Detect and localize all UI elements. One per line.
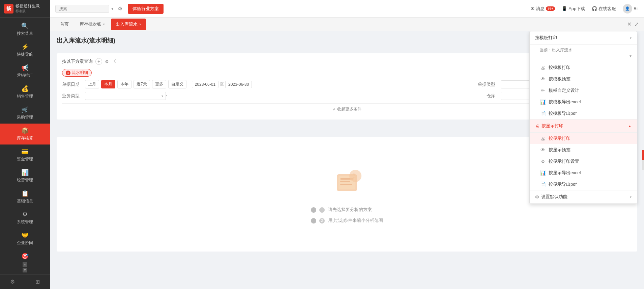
menu-custom-design[interactable]: ✏ 模板自定义设计 [530,85,637,96]
warehouse-label: 仓库 [487,93,495,99]
menu-export-excel-display-label: 按显示导出excel [549,170,581,176]
collapse-sidebar-btn[interactable]: ⊞ [35,279,40,285]
menu-export-pdf-template[interactable]: 📄 按模板导出pdf [530,108,637,119]
design-icon: ✏ [540,88,546,93]
tab-batch[interactable]: 库存批次账 × [75,19,110,30]
scroll-bar[interactable] [642,150,644,170]
current-arrow: ▾ [630,54,632,58]
page-content: 出入库流水(流水明细) 🖨 按模板打印 ▲ ⬆ 导出 ↺ 刷新 [50,31,644,289]
tag-flow-detail[interactable]: ● 流水明细 [62,69,92,77]
tab-batch-close[interactable]: × [103,22,105,26]
sidebar-item-2[interactable]: 📢营销推广 [0,61,50,82]
sidebar-scroll-down[interactable]: ▼ [23,268,27,272]
sidebar-item-10[interactable]: 🤝企业协同 [0,228,50,249]
topbar-search-input[interactable] [55,5,109,13]
date-quick-btns: 上月 本月 本年 近7天 更多 自定义 [85,80,186,88]
print-template-header[interactable]: 按模板打印 ▾ [530,31,637,45]
menu-export-excel-display[interactable]: 📊 按显示导出excel [530,167,637,179]
sidebar-item-3[interactable]: 💰销售管理 [0,82,50,103]
sidebar-item-11[interactable]: 🎯新手引导 [0,249,50,259]
date-more[interactable]: 更多 [152,80,166,88]
logo-version: 标准版 [16,9,40,14]
date-this-month[interactable]: 本月 [101,80,115,88]
search-collapse-icon[interactable]: 《 [112,58,116,64]
current-label: 当前：出入库流水 [530,46,637,53]
nav-label-0: 搜索菜单 [17,31,33,36]
sidebar-nav: 🔍搜索菜单⚡快捷导航📢营销推广💰销售管理🛒采购管理📦库存核算💳资金管理📊经营管理… [0,18,50,259]
tab-home-label: 首页 [60,21,69,27]
logo-icon: 畅 [4,4,13,14]
tab-flow[interactable]: 出入库流水 × [111,19,146,30]
nav-label-8: 基础信息 [17,198,33,204]
nav-icon-4: 🛒 [21,106,29,113]
nav-icon-0: 🔍 [21,22,29,30]
user-avatar-area[interactable]: 👤 Rit [623,4,639,14]
topbar-gear-icon[interactable]: ⚙ [118,5,122,12]
phone-icon: 📱 [562,6,567,11]
sidebar-logo: 畅 畅捷通好生意 标准版 [0,0,50,18]
main-content: ▾ ⚙ 体验行业方案 ✉ 消息 99+ 📱 App下载 🎧 在线客服 👤 [50,0,644,289]
date-label: 单据日期 [62,81,80,87]
tabbar: 首页 库存批次账 × 出入库流水 × ✕ ⤢ [50,18,644,31]
menu-print-display[interactable]: 🖨 按显示打印 [530,133,637,144]
date-7days[interactable]: 近7天 [134,80,150,88]
add-search-btn[interactable]: + [95,58,102,65]
svg-point-5 [349,170,361,182]
tab-close-all-btn[interactable]: ✕ [627,21,632,27]
sidebar-item-6[interactable]: 💳资金管理 [0,144,50,165]
nav-icon-8: 📋 [21,190,29,197]
menu-print-template[interactable]: 🖨 按模板打印 [530,62,637,73]
app-download-btn[interactable]: 📱 App下载 [562,6,585,12]
sidebar-item-8[interactable]: 📋基础信息 [0,186,50,207]
trial-btn[interactable]: 体验行业方案 [128,4,164,14]
svg-rect-3 [340,181,350,182]
nav-label-5: 库存核算 [17,135,33,141]
preview-icon: 👁 [540,76,546,82]
menu-export-pdf-display[interactable]: 📄 按显示导出pdf [530,179,637,190]
settings-bottom-btn[interactable]: ⚙ [10,279,15,285]
menu-export-excel-template[interactable]: 📊 按模板导出excel [530,96,637,108]
empty-tip-2: 2 用[过滤]条件来缩小分析范围 [311,216,383,225]
menu-print-settings-display-label: 按显示打印设置 [549,158,579,164]
date-this-year[interactable]: 本年 [117,80,131,88]
search-gear-icon[interactable]: ⚙ [105,59,109,64]
topbar-dropdown-btn[interactable]: ▾ [111,6,114,11]
tab-home[interactable]: 首页 [55,19,74,30]
business-type-select-wrap [85,92,166,100]
menu-print-settings-display[interactable]: ⚙ 按显示打印设置 [530,156,637,167]
search-title: 按以下方案查询 + ⚙ 《 [62,58,116,65]
date-to[interactable]: 2023-06-30 [225,81,252,88]
date-from[interactable]: 2023-06-01 [192,81,218,88]
menu-preview-display[interactable]: 👁 按显示预览 [530,144,637,156]
sidebar-item-4[interactable]: 🛒采购管理 [0,103,50,124]
sidebar-item-1[interactable]: ⚡快捷导航 [0,40,50,61]
tab-expand-btn[interactable]: ⤢ [634,21,639,27]
print-display-header[interactable]: 🖨 按显示打印 ▲ [530,120,637,133]
sidebar-item-0[interactable]: 🔍搜索菜单 [0,19,50,40]
date-last-month[interactable]: 上月 [85,80,99,88]
collapse-arrow-icon: ∧ [332,107,336,111]
app-download-label: App下载 [568,6,585,12]
print-template-arrow: ▾ [630,36,632,40]
message-btn[interactable]: ✉ 消息 99+ [531,6,555,12]
sidebar-item-9[interactable]: ⚙系统管理 [0,207,50,228]
nav-icon-11: 🎯 [21,253,29,259]
svg-rect-4 [340,184,352,185]
topbar: ▾ ⚙ 体验行业方案 ✉ 消息 99+ 📱 App下载 🎧 在线客服 👤 [50,0,644,18]
sidebar-scroll-up[interactable]: ▲ [23,262,27,267]
menu-print-template-label: 按模板打印 [549,64,570,71]
sidebar-item-7[interactable]: 📊经营管理 [0,165,50,186]
set-default-header[interactable]: ⚙ 设置默认功能 ▾ [530,190,637,204]
sidebar-item-5[interactable]: 📦库存核算 [0,124,50,144]
nav-label-4: 采购管理 [17,114,33,120]
date-custom[interactable]: 自定义 [168,80,186,88]
online-service-btn[interactable]: 🎧 在线客服 [592,6,616,12]
menu-preview-template[interactable]: 👁 按模板预览 [530,73,637,85]
printer-icon: 🖨 [540,65,546,70]
nav-icon-7: 📊 [21,169,29,176]
business-type-select[interactable] [85,92,166,100]
print-template-header-label: 按模板打印 [535,35,557,41]
tab-flow-close[interactable]: × [139,22,141,26]
settings-icon: ⚙ [535,194,539,200]
pdf-icon: 📄 [540,111,546,116]
